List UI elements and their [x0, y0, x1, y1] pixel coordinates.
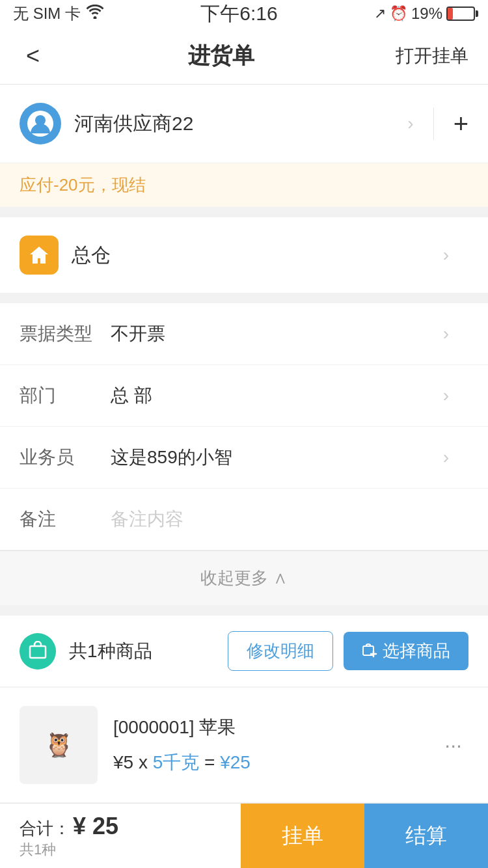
warehouse-row[interactable]: 总仓 ›	[0, 217, 488, 293]
supplier-name: 河南供应商22	[74, 111, 407, 137]
salesman-label: 业务员	[20, 445, 98, 470]
cart-icon	[27, 641, 48, 662]
battery-icon	[446, 7, 475, 21]
page-title: 进货单	[188, 41, 254, 71]
checkout-button[interactable]: 结算	[364, 804, 488, 869]
collapse-row[interactable]: 收起更多 ∧	[0, 550, 488, 605]
product-title: 苹果	[199, 717, 236, 737]
product-code: [0000001]	[113, 717, 195, 737]
quantity: 5千克	[153, 752, 200, 772]
products-count: 共1种商品	[69, 639, 228, 664]
open-pending-button[interactable]: 打开挂单	[396, 44, 468, 68]
department-row[interactable]: 部门 总 部 ›	[0, 365, 488, 427]
carrier-text: 无 SIM 卡	[13, 3, 81, 24]
remark-input[interactable]: 备注内容	[98, 507, 468, 532]
unit-price: ¥5	[113, 752, 133, 772]
person-icon	[29, 113, 51, 135]
payment-notice: 应付-20元，现结	[0, 163, 488, 207]
status-right: ↗ ⏰ 19%	[374, 5, 475, 23]
department-chevron-icon: ›	[443, 385, 449, 406]
invoice-label: 票据类型	[20, 321, 98, 346]
total-label: 合计：	[20, 817, 70, 840]
form-section: 票据类型 不开票 › 部门 总 部 › 业务员 这是859的小智 › 备注 备注…	[0, 303, 488, 605]
battery-percent: 19%	[411, 5, 442, 23]
select-product-icon	[362, 644, 377, 659]
remark-label: 备注	[20, 507, 98, 532]
product-price: ¥5 x 5千克 = ¥25	[113, 750, 438, 775]
alarm-icon: ⏰	[390, 5, 407, 22]
total-amount: 合计： ¥ 25	[20, 813, 221, 840]
salesman-value: 这是859的小智	[98, 445, 443, 470]
product-info: [0000001] 苹果 ¥5 x 5千克 = ¥25	[113, 715, 438, 775]
subtotal: ¥25	[220, 752, 251, 772]
select-product-button[interactable]: 选择商品	[344, 632, 468, 670]
hang-order-button[interactable]: 挂单	[241, 804, 364, 869]
invoice-chevron-icon: ›	[443, 323, 449, 344]
home-icon	[28, 244, 50, 266]
product-more-button[interactable]: ···	[438, 727, 468, 764]
total-value: ¥ 25	[73, 813, 118, 840]
supplier-avatar	[20, 103, 61, 144]
products-icon	[20, 633, 56, 670]
multiply-sign: x	[139, 752, 153, 772]
product-thumbnail: 🦉	[20, 706, 98, 784]
add-button[interactable]: +	[454, 109, 468, 139]
svg-rect-1	[30, 646, 46, 658]
salesman-chevron-icon: ›	[443, 447, 449, 468]
select-product-label: 选择商品	[383, 640, 450, 662]
remark-row[interactable]: 备注 备注内容	[0, 489, 488, 550]
collapse-label: 收起更多 ∧	[200, 568, 287, 588]
invoice-row[interactable]: 票据类型 不开票 ›	[0, 303, 488, 365]
supplier-section: 河南供应商22 › + 应付-20元，现结	[0, 85, 488, 207]
owl-icon: 🦉	[44, 731, 74, 759]
warehouse-section: 总仓 ›	[0, 217, 488, 293]
status-carrier: 无 SIM 卡	[13, 3, 104, 24]
department-label: 部门	[20, 383, 98, 408]
salesman-row[interactable]: 业务员 这是859的小智 ›	[0, 427, 488, 489]
warehouse-name: 总仓	[72, 242, 443, 269]
status-bar: 无 SIM 卡 下午6:16 ↗ ⏰ 19%	[0, 0, 488, 27]
product-item: 🦉 [0000001] 苹果 ¥5 x 5千克 = ¥25 ···	[0, 688, 488, 802]
products-header: 共1种商品 修改明细 选择商品	[0, 616, 488, 686]
supplier-chevron-icon: ›	[407, 113, 413, 134]
warehouse-icon	[20, 236, 59, 275]
supplier-row[interactable]: 河南供应商22 › +	[0, 85, 488, 163]
total-count: 共1种	[20, 840, 221, 860]
total-section: 合计： ¥ 25 共1种	[0, 813, 241, 860]
back-button[interactable]: <	[20, 36, 46, 76]
warehouse-chevron-icon: ›	[443, 245, 449, 265]
bottom-bar: 合计： ¥ 25 共1种 挂单 结算	[0, 803, 488, 868]
wifi-icon	[86, 5, 104, 23]
nav-bar: < 进货单 打开挂单	[0, 27, 488, 85]
divider	[433, 107, 434, 140]
department-value: 总 部	[98, 383, 443, 408]
invoice-value: 不开票	[98, 321, 443, 346]
edit-detail-button[interactable]: 修改明细	[228, 631, 333, 671]
equals-sign: =	[204, 752, 220, 772]
product-name: [0000001] 苹果	[113, 715, 438, 740]
location-icon: ↗	[374, 5, 386, 22]
status-time: 下午6:16	[200, 1, 277, 27]
